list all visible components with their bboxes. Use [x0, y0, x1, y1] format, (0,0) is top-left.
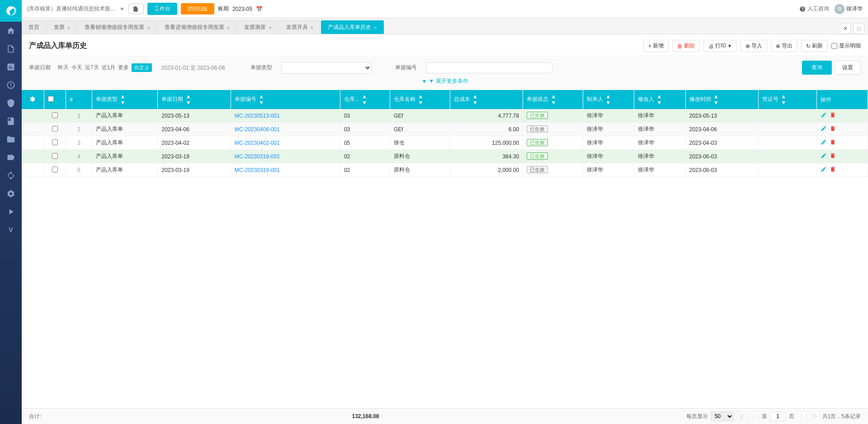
last-page-btn[interactable]: ⟩⟩: [810, 411, 820, 421]
company-selector[interactable]: (库存核算）直播轻纯通信息技术股份... ▼: [27, 5, 125, 13]
th-num[interactable]: 单据编号 ▲▼: [231, 90, 340, 109]
delete-icon-2[interactable]: [830, 139, 836, 147]
th-wh-name[interactable]: 仓库名称 ▲▼: [390, 90, 450, 109]
th-creator[interactable]: 制单人 ▲▼: [583, 90, 634, 109]
tab-product-in-close[interactable]: ×: [374, 25, 377, 30]
edit-icon-1[interactable]: [821, 125, 827, 133]
tab-purchase-vat[interactable]: 查看进项增值税专用发票 ×: [158, 20, 236, 34]
doc-link-3[interactable]: MC-20230319-002: [235, 153, 280, 160]
sidebar-item-folder[interactable]: [0, 130, 22, 148]
tab-maximize-btn[interactable]: □: [854, 23, 864, 34]
sidebar-item-refresh[interactable]: [0, 167, 22, 185]
tab-product-in[interactable]: 产成品入库单历史 ×: [321, 20, 383, 34]
doc-type-btn[interactable]: [128, 4, 144, 14]
sidebar-item-settings2[interactable]: [0, 185, 22, 203]
cell-checkbox-0[interactable]: [44, 109, 66, 123]
next-page-btn[interactable]: ⟩: [797, 411, 807, 421]
th-mod-time[interactable]: 修改时间 ▲▼: [685, 90, 758, 109]
edit-icon-4[interactable]: [821, 166, 827, 174]
query-btn[interactable]: 查询: [802, 61, 832, 75]
edit-icon-2[interactable]: [821, 139, 827, 147]
sidebar-item-tag[interactable]: [0, 148, 22, 167]
tab-invoice-calc[interactable]: 发票测算 ×: [237, 20, 278, 34]
doc-link-1[interactable]: MC-20230406-001: [235, 126, 280, 133]
per-page-select[interactable]: 50 100: [711, 411, 734, 421]
cell-num-2[interactable]: MC-20230402-001: [231, 136, 340, 150]
date-7days[interactable]: 近7天: [85, 64, 99, 71]
select-all-checkbox[interactable]: [48, 96, 54, 102]
workbench-btn[interactable]: 工作台: [147, 3, 177, 15]
filter-settings-btn[interactable]: 设置: [835, 61, 861, 75]
prev-page-btn[interactable]: ⟨: [749, 411, 759, 421]
cell-checkbox-2[interactable]: [44, 136, 66, 150]
num-filter-input[interactable]: [426, 62, 552, 73]
delete-btn[interactable]: 🗑 删除: [672, 40, 700, 52]
th-voucher[interactable]: 凭证号 ▲▼: [758, 90, 816, 109]
expand-filter-btn[interactable]: ▼ ▼ 展开更多条件: [421, 77, 468, 85]
sidebar-item-settings[interactable]: [0, 76, 22, 94]
cell-num-4[interactable]: MC-20230319-001: [231, 163, 340, 177]
edit-icon-3[interactable]: [821, 152, 827, 160]
tab-close-all-btn[interactable]: ✕: [840, 23, 851, 34]
edit-icon-0[interactable]: [821, 112, 827, 119]
date-1month[interactable]: 近1月: [102, 64, 116, 71]
sidebar-item-home[interactable]: [0, 22, 22, 40]
th-settings[interactable]: [22, 90, 44, 109]
print-btn[interactable]: 🖨 打印 ▼: [703, 40, 737, 52]
th-cost[interactable]: 总成本 ▲▼: [450, 90, 523, 109]
tab-invoice[interactable]: 发票 ×: [47, 20, 77, 34]
th-type[interactable]: 单据类型 ▲▼: [92, 90, 158, 109]
company-dropdown-icon[interactable]: ▼: [119, 6, 125, 12]
page-input[interactable]: [770, 412, 786, 421]
row-checkbox-4[interactable]: [52, 167, 58, 172]
tab-purchase-vat-close[interactable]: ×: [227, 25, 230, 30]
date-today[interactable]: 今天: [71, 64, 82, 71]
tab-sales-vat-close[interactable]: ×: [147, 25, 150, 30]
th-wh-code[interactable]: 仓库... ▲▼: [340, 90, 390, 109]
sidebar-item-play[interactable]: [0, 203, 22, 221]
cell-num-0[interactable]: MC-20230513-001: [231, 109, 340, 123]
row-checkbox-0[interactable]: [52, 112, 58, 118]
tab-sales-vat[interactable]: 查看销项增值税专用发票 ×: [78, 20, 156, 34]
date-more[interactable]: 更多: [118, 64, 129, 71]
assistant-btn[interactable]: 人工咨询: [799, 5, 829, 13]
tab-invoice-open-close[interactable]: ×: [311, 25, 313, 30]
th-modifier[interactable]: 修改人 ▲▼: [634, 90, 685, 109]
th-checkbox[interactable]: [44, 90, 66, 109]
sidebar-item-v[interactable]: V: [0, 221, 22, 239]
cell-checkbox-3[interactable]: [44, 150, 66, 163]
delete-icon-1[interactable]: [830, 125, 836, 133]
th-date[interactable]: 单据日期 ▲▼: [158, 90, 231, 109]
tab-invoice-open[interactable]: 发票开具 ×: [279, 20, 320, 34]
calendar-icon[interactable]: 📅: [256, 6, 263, 12]
user-menu[interactable]: 徐 徐泽华: [835, 4, 863, 14]
import-btn[interactable]: ⊕ 导入: [741, 40, 767, 52]
row-checkbox-2[interactable]: [52, 139, 58, 145]
sidebar-item-chart[interactable]: [0, 58, 22, 76]
doc-link-0[interactable]: MC-20230513-001: [235, 113, 280, 119]
tab-invoice-close[interactable]: ×: [67, 25, 70, 30]
cell-checkbox-1[interactable]: [44, 123, 66, 136]
cell-num-3[interactable]: MC-20230319-002: [231, 150, 340, 163]
sidebar-item-shield[interactable]: [0, 94, 22, 112]
tab-invoice-calc-close[interactable]: ×: [269, 25, 271, 30]
row-checkbox-1[interactable]: [52, 126, 58, 132]
refresh-btn[interactable]: ↻ 刷新: [801, 40, 828, 52]
th-status[interactable]: 单据状态 ▲▼: [523, 90, 583, 109]
date-yesterday[interactable]: 昨天: [58, 64, 69, 71]
first-page-btn[interactable]: ⟨⟨: [736, 411, 746, 421]
row-checkbox-3[interactable]: [52, 153, 58, 159]
delete-icon-0[interactable]: [830, 112, 836, 119]
cell-num-1[interactable]: MC-20230406-001: [231, 123, 340, 136]
sidebar-item-book[interactable]: [0, 112, 22, 130]
show-detail-checkbox[interactable]: [831, 43, 837, 49]
switch-btn[interactable]: 切到旧版: [181, 3, 214, 14]
sidebar-item-doc[interactable]: [0, 40, 22, 58]
date-custom-tag[interactable]: 自定义: [132, 63, 152, 72]
delete-icon-4[interactable]: [830, 166, 836, 174]
delete-icon-3[interactable]: [830, 152, 836, 160]
doc-link-4[interactable]: MC-20230319-001: [235, 167, 280, 173]
new-btn[interactable]: + 新增: [643, 40, 669, 52]
cell-checkbox-4[interactable]: [44, 163, 66, 177]
doc-link-2[interactable]: MC-20230402-001: [235, 140, 280, 146]
